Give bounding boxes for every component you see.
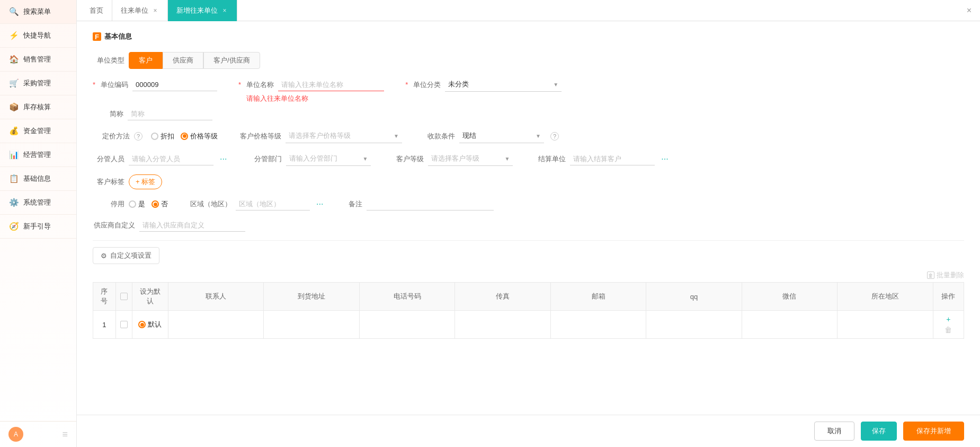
tab-new-partner-close[interactable]: × bbox=[221, 7, 228, 14]
cell-phone[interactable] bbox=[359, 311, 455, 339]
pricing-row: 定价方法 ? 折扣 价格等级 客户价格等级 请选择客户价格等级 bbox=[93, 129, 964, 143]
system-icon: ⚙️ bbox=[8, 197, 19, 208]
sidebar-item-system[interactable]: ⚙️ 系统管理 bbox=[0, 191, 76, 215]
radio-price-grade-circle bbox=[181, 133, 188, 140]
unit-btn-supplier[interactable]: 供应商 bbox=[163, 52, 203, 69]
remark-input[interactable] bbox=[367, 198, 494, 211]
sidebar-item-quick-nav[interactable]: ⚡ 快捷导航 bbox=[0, 24, 76, 48]
cell-default: 默认 bbox=[132, 311, 168, 339]
add-tag-btn[interactable]: + 标签 bbox=[129, 174, 162, 189]
row-checkbox[interactable] bbox=[120, 321, 128, 328]
sidebar-item-finance[interactable]: 💰 资金管理 bbox=[0, 119, 76, 143]
settlement-unit-input[interactable] bbox=[570, 153, 655, 165]
section-icon: F bbox=[93, 32, 101, 41]
sidebar-item-sales[interactable]: 🏠 销售管理 bbox=[0, 48, 76, 72]
th-contact: 联系人 bbox=[168, 283, 263, 311]
radio-disabled-no[interactable]: 否 bbox=[152, 199, 168, 209]
sidebar-item-label: 采购管理 bbox=[23, 78, 51, 88]
table-head: 序号 设为默认 联系人 到货地址 电话号码 传真 邮箱 qq 微信 所在地区 操… bbox=[93, 283, 964, 311]
delete-row-btn[interactable]: 🗑 bbox=[942, 325, 954, 335]
save-add-button[interactable]: 保存并新增 bbox=[903, 422, 964, 441]
unit-code-input[interactable] bbox=[132, 78, 217, 91]
unit-type-group-container: 单位类型 客户 供应商 客户/供应商 bbox=[93, 52, 260, 69]
payment-condition-select[interactable]: 现结 ▼ bbox=[459, 129, 544, 143]
cancel-button[interactable]: 取消 bbox=[814, 422, 854, 441]
location-input[interactable] bbox=[842, 321, 928, 329]
unit-name-input[interactable] bbox=[278, 78, 384, 91]
cell-address[interactable] bbox=[264, 311, 359, 339]
manager-more-btn[interactable]: ··· bbox=[218, 154, 229, 164]
sidebar-item-inventory[interactable]: 📦 库存核算 bbox=[0, 95, 76, 119]
sidebar-item-new-guide[interactable]: 🧭 新手引导 bbox=[0, 215, 76, 239]
settlement-unit-group: 结算单位 ··· bbox=[534, 153, 670, 165]
cell-wechat[interactable] bbox=[742, 311, 837, 339]
global-close-btn[interactable]: × bbox=[963, 6, 976, 15]
payment-condition-group: 收款条件 现结 ▼ ? bbox=[423, 129, 559, 143]
row-default-radio[interactable]: 默认 bbox=[137, 320, 164, 329]
cell-email[interactable] bbox=[550, 311, 646, 339]
customer-price-level-select[interactable]: 请选择客户价格等级 ▼ bbox=[286, 129, 402, 143]
unit-code-group: * 单位编码 bbox=[93, 78, 217, 91]
tab-home[interactable]: 首页 bbox=[81, 0, 112, 21]
unit-btn-customer[interactable]: 客户 bbox=[129, 52, 163, 69]
custom-settings-label: 自定义项设置 bbox=[110, 251, 152, 260]
header-checkbox[interactable] bbox=[120, 293, 128, 300]
phone-input[interactable] bbox=[364, 321, 450, 329]
sidebar: 🔍 搜索菜单 ⚡ 快捷导航 🏠 销售管理 🛒 采购管理 📦 库存核算 💰 资金管… bbox=[0, 0, 77, 447]
abbr-group: 简称 bbox=[93, 108, 212, 120]
manager-input[interactable] bbox=[129, 153, 213, 165]
region-more-btn[interactable]: ··· bbox=[314, 199, 325, 209]
sidebar-menu-icon[interactable]: ≡ bbox=[62, 429, 68, 440]
tab-partners[interactable]: 往来单位 × bbox=[112, 0, 168, 21]
unit-basic-row: * 单位编码 * 单位名称 * 单位分类 未分类 ▼ bbox=[93, 77, 964, 92]
radio-price-grade[interactable]: 价格等级 bbox=[181, 132, 218, 141]
tab-new-partner[interactable]: 新增往来单位 × bbox=[168, 0, 237, 21]
address-input[interactable] bbox=[268, 321, 354, 329]
radio-discount-circle bbox=[151, 133, 158, 140]
section-title: 基本信息 bbox=[104, 32, 132, 41]
sidebar-item-search[interactable]: 🔍 搜索菜单 bbox=[0, 0, 76, 24]
abbr-input[interactable] bbox=[128, 108, 212, 120]
table-actions: 🗑 批量删除 bbox=[93, 270, 964, 280]
tags-group: 客户标签 + 标签 bbox=[93, 174, 162, 189]
contact-input[interactable] bbox=[173, 321, 259, 329]
cell-qq[interactable] bbox=[646, 311, 742, 339]
unit-btn-both[interactable]: 客户/供应商 bbox=[203, 52, 260, 69]
divider bbox=[93, 240, 964, 241]
cell-action: + 🗑 bbox=[933, 311, 964, 339]
settlement-more-btn[interactable]: ··· bbox=[659, 154, 670, 164]
payment-help-icon[interactable]: ? bbox=[550, 132, 559, 141]
fax-input[interactable] bbox=[459, 321, 546, 329]
remark-group: 备注 bbox=[346, 198, 494, 211]
wechat-input[interactable] bbox=[746, 321, 833, 329]
custom-settings-btn[interactable]: ⚙ 自定义项设置 bbox=[93, 247, 159, 264]
add-row-btn[interactable]: + bbox=[944, 314, 952, 325]
region-input[interactable] bbox=[236, 198, 310, 211]
cell-seq: 1 bbox=[93, 311, 116, 339]
sidebar-item-operation[interactable]: 📊 经营管理 bbox=[0, 143, 76, 167]
supplier-custom-input[interactable] bbox=[139, 219, 245, 232]
batch-delete-btn[interactable]: 🗑 批量删除 bbox=[927, 270, 964, 280]
unit-type-buttons: 客户 供应商 客户/供应商 bbox=[129, 52, 260, 69]
cell-location[interactable] bbox=[838, 311, 933, 339]
row-default-label: 默认 bbox=[148, 320, 162, 329]
email-input[interactable] bbox=[555, 321, 642, 329]
user-avatar[interactable]: A bbox=[8, 427, 23, 442]
radio-discount-label: 折扣 bbox=[161, 132, 174, 141]
sidebar-item-label: 基础信息 bbox=[23, 174, 51, 183]
sidebar-item-basic-info[interactable]: 📋 基础信息 bbox=[0, 167, 76, 191]
pricing-help-icon[interactable]: ? bbox=[134, 132, 142, 141]
cell-contact[interactable] bbox=[168, 311, 263, 339]
department-select[interactable]: 请输入分管部门 ▼ bbox=[286, 152, 371, 166]
save-button[interactable]: 保存 bbox=[861, 422, 897, 441]
customer-level-select[interactable]: 请选择客户等级 ▼ bbox=[428, 152, 513, 166]
radio-discount[interactable]: 折扣 bbox=[151, 132, 174, 141]
finance-icon: 💰 bbox=[8, 126, 19, 136]
sidebar-item-purchase[interactable]: 🛒 采购管理 bbox=[0, 72, 76, 95]
radio-disabled-yes[interactable]: 是 bbox=[129, 199, 145, 209]
tab-partners-close[interactable]: × bbox=[152, 7, 159, 14]
cell-fax[interactable] bbox=[455, 311, 550, 339]
batch-delete-icon: 🗑 bbox=[927, 271, 934, 279]
unit-category-select[interactable]: 未分类 ▼ bbox=[445, 77, 562, 92]
qq-input[interactable] bbox=[651, 321, 737, 329]
